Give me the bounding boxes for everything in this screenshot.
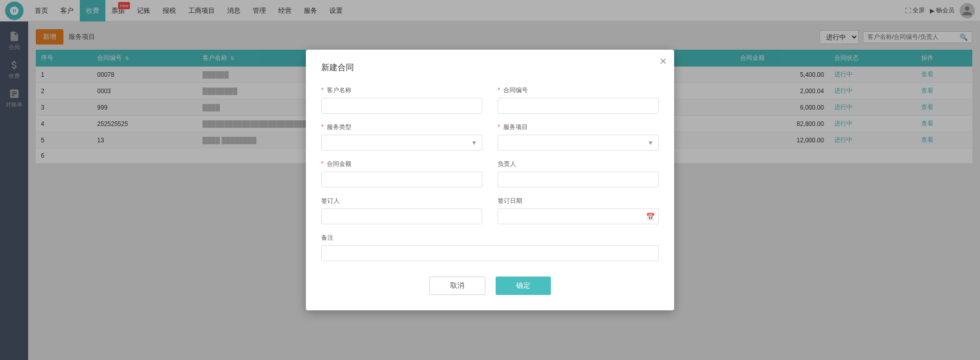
label-contract-amount: * 合同金额 — [321, 160, 482, 168]
field-remarks: 备注 — [321, 234, 659, 261]
input-remarks[interactable] — [321, 245, 659, 261]
calendar-icon[interactable]: 📅 — [646, 213, 655, 221]
service-item-select-wrapper: ▼ — [498, 135, 659, 151]
required-mark-amount: * — [321, 160, 324, 167]
field-service-item: * 服务项目 ▼ — [498, 123, 659, 151]
label-service-item: * 服务项目 — [498, 123, 659, 132]
modal-new-contract: ✕ 新建合同 * 客户名称 * 合同编号 — [306, 50, 674, 310]
modal-title: 新建合同 — [321, 62, 659, 73]
field-contract-no: * 合同编号 — [498, 86, 659, 114]
input-contract-amount[interactable]: 0.00 — [321, 172, 482, 187]
label-customer-name: * 客户名称 — [321, 86, 482, 95]
field-service-type: * 服务类型 ▼ — [321, 123, 482, 151]
label-responsible-person: 负责人 — [498, 160, 659, 168]
input-contract-no[interactable] — [498, 98, 659, 114]
label-signer: 签订人 — [321, 197, 482, 205]
form-actions: 取消 确定 — [321, 277, 659, 295]
field-customer-name: * 客户名称 — [321, 86, 482, 114]
input-signer[interactable] — [321, 208, 482, 224]
label-sign-date: 签订日期 — [498, 197, 659, 205]
required-mark-service-item: * — [498, 123, 500, 131]
form-grid: * 客户名称 * 合同编号 * 服务类型 — [321, 86, 659, 224]
modal-close-button[interactable]: ✕ — [659, 56, 667, 67]
select-service-item[interactable] — [498, 135, 659, 151]
cancel-button[interactable]: 取消 — [429, 277, 485, 295]
label-service-type: * 服务类型 — [321, 123, 482, 132]
sign-date-wrapper: 2023-06-06 📅 — [498, 208, 659, 224]
modal-overlay: ✕ 新建合同 * 客户名称 * 合同编号 — [0, 0, 980, 360]
label-contract-no: * 合同编号 — [498, 86, 659, 95]
field-sign-date: 签订日期 2023-06-06 📅 — [498, 197, 659, 224]
service-type-select-wrapper: ▼ — [321, 135, 482, 151]
field-signer: 签订人 — [321, 197, 482, 224]
confirm-button[interactable]: 确定 — [496, 277, 551, 295]
input-sign-date[interactable]: 2023-06-06 — [498, 208, 659, 224]
required-mark-service-type: * — [321, 123, 324, 131]
field-contract-amount: * 合同金额 0.00 — [321, 160, 482, 187]
label-remarks: 备注 — [321, 234, 659, 242]
field-responsible-person: 负责人 — [498, 160, 659, 187]
input-responsible-person[interactable] — [498, 172, 659, 187]
required-mark-customer: * — [321, 87, 324, 94]
select-service-type[interactable] — [321, 135, 482, 151]
required-mark-contract: * — [498, 87, 500, 94]
input-customer-name[interactable] — [321, 98, 482, 114]
